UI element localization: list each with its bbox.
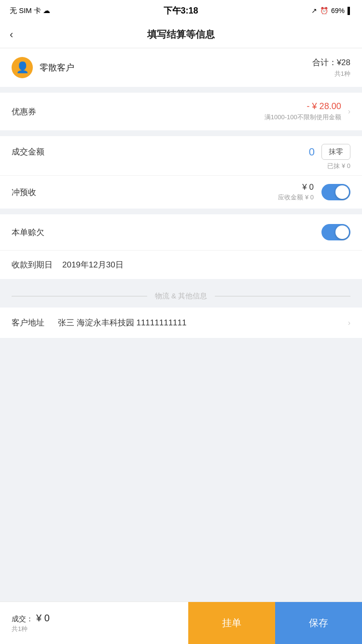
status-bar: 无 SIM 卡 ☁ 下午3:18 ↗ ⏰ 69% ▌ [0,0,362,21]
prepay-desc: 应收金额 ¥ 0 [278,193,314,202]
alarm-icon: ⏰ [320,7,328,14]
content: 👤 零散客户 合计：¥28 共1种 优惠券 - ¥ 28.00 满1000-10… [0,48,362,387]
debt-row: 本单赊欠 [0,214,362,250]
deal-amount-controls: 抹零 [276,144,350,160]
customer-total: 合计：¥28 [312,57,350,68]
status-right: ↗ ⏰ 69% ▌ [311,7,352,14]
status-left: 无 SIM 卡 ☁ [10,6,50,15]
bottom-deal-info: 成交： ¥ 0 共1种 [0,613,188,633]
battery-label: 69% [331,7,345,14]
date-label: 收款到期日 [12,259,53,270]
avatar: 👤 [12,57,33,78]
deal-amount-sub: 已抹 ¥ 0 [12,162,350,170]
deal-amount-row: 成交金额 抹零 已抹 ¥ 0 [0,136,362,176]
customer-left: 👤 零散客户 [12,57,74,78]
date-value: 2019年12月30日 [62,259,124,270]
divider-line-right [215,296,350,296]
deal-amount-label: 成交金额 [12,146,50,157]
divider-text: 物流 & 其他信息 [155,292,207,301]
back-button[interactable]: ‹ [10,28,13,41]
coupon-label: 优惠券 [12,106,50,117]
battery-icon: ▌ [348,7,352,14]
status-time: 下午3:18 [164,5,198,16]
coupon-desc: 满1000-100不限制使用金额 [265,113,341,122]
customer-row: 👤 零散客户 合计：¥28 共1种 [0,48,362,87]
pending-button[interactable]: 挂单 [188,602,275,644]
prepay-right: ¥ 0 应收金额 ¥ 0 [278,182,350,202]
debt-toggle[interactable] [321,224,350,240]
coupon-section: 优惠券 - ¥ 28.00 满1000-100不限制使用金额 › [0,93,362,130]
page-title: 填写结算等信息 [147,28,215,41]
nav-bar: ‹ 填写结算等信息 [0,21,362,48]
address-label: 客户地址 [12,317,50,328]
prepay-row: 冲预收 ¥ 0 应收金额 ¥ 0 [0,176,362,209]
debt-toggle-knob [335,225,349,239]
prepay-toggle[interactable] [321,184,350,200]
customer-count: 共1种 [312,70,350,78]
coupon-chevron-icon: › [348,107,350,116]
debt-section: 本单赊欠 收款到期日 2019年12月30日 [0,214,362,279]
avatar-icon: 👤 [16,61,29,74]
bottom-deal-row: 成交： ¥ 0 [12,613,177,624]
deal-amount-top: 成交金额 抹零 [12,144,350,160]
no-sim-label: 无 SIM 卡 ☁ [10,6,50,15]
coupon-row[interactable]: 优惠券 - ¥ 28.00 满1000-100不限制使用金额 › [0,93,362,130]
location-icon: ↗ [311,7,317,14]
customer-name: 零散客户 [40,62,74,73]
address-chevron-icon: › [348,319,350,327]
customer-right: 合计：¥28 共1种 [312,57,350,78]
bottom-deal-label: 成交： [12,615,33,624]
divider-line-left [12,296,147,296]
prepay-values: ¥ 0 应收金额 ¥ 0 [278,182,314,202]
address-row[interactable]: 客户地址 张三 海淀永丰科技园 11111111111 › [0,308,362,338]
deal-section: 成交金额 抹零 已抹 ¥ 0 冲预收 ¥ 0 应收金额 ¥ 0 [0,136,362,209]
deal-amount-input[interactable] [276,146,315,158]
bottom-bar: 成交： ¥ 0 共1种 挂单 保存 [0,602,362,644]
bottom-deal-amount: ¥ 0 [36,613,50,624]
round-zero-button[interactable]: 抹零 [321,144,350,160]
debt-label: 本单赊欠 [12,227,44,238]
bottom-deal-count: 共1种 [12,625,177,633]
coupon-value-right: - ¥ 28.00 满1000-100不限制使用金额 › [50,101,350,122]
coupon-amount: - ¥ 28.00 [265,101,341,112]
date-row: 收款到期日 2019年12月30日 [0,250,362,279]
address-value: 张三 海淀永丰科技园 11111111111 [58,317,348,328]
logistics-divider: 物流 & 其他信息 [0,285,362,308]
prepay-toggle-knob [335,185,349,199]
prepay-amount: ¥ 0 [278,182,314,192]
prepay-label: 冲预收 [12,187,36,198]
save-button[interactable]: 保存 [275,602,362,644]
coupon-value: - ¥ 28.00 满1000-100不限制使用金额 [265,101,341,122]
